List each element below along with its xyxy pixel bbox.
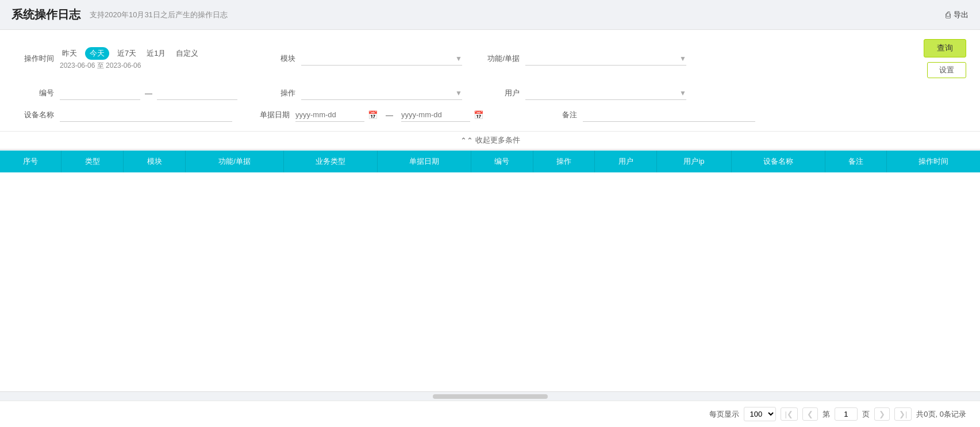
collapse-label: 收起更多条件 [475, 135, 520, 145]
user-select[interactable]: ▼ [525, 87, 686, 100]
date-to-input[interactable] [401, 108, 470, 122]
export-button[interactable]: ⎙ 导出 [946, 10, 969, 20]
function-chevron-icon: ▼ [679, 55, 686, 63]
user-chevron-icon: ▼ [679, 89, 686, 97]
scroll-thumb[interactable] [433, 394, 548, 399]
date-from-input[interactable] [295, 108, 364, 122]
filter-row-3: 设备名称 单据日期 📅 — 📅 备注 [14, 108, 966, 122]
code-separator: — [145, 89, 152, 98]
total-info: 共0页, 0条记录 [916, 409, 966, 420]
time-btn-yesterday[interactable]: 昨天 [60, 47, 79, 60]
prev-page-btn[interactable]: ❮ [802, 407, 818, 421]
module-select[interactable]: ▼ [301, 52, 462, 66]
code-label: 编号 [14, 88, 60, 98]
time-btn-last1m[interactable]: 近1月 [144, 47, 168, 60]
operation-label: 操作 [255, 88, 301, 98]
module-chevron-icon: ▼ [455, 55, 462, 63]
remark-filter-col: 备注 [531, 108, 966, 122]
col-remark: 备注 [825, 151, 887, 172]
table-header: 序号 类型 模块 功能/单据 业务类型 单据日期 编号 操作 用户 用户ip 设… [0, 151, 980, 172]
operation-filter-col: 操作 ▼ [255, 87, 474, 100]
collapse-icon: ⌃⌃ [460, 136, 473, 145]
pagination-bar: 每页显示 100 10 20 50 200 |❮ ❮ 第 页 ❯ ❯| 共0页,… [0, 401, 980, 427]
date-separator: — [386, 111, 393, 120]
page-header: 系统操作日志 支持2020年10月31日之后产生的操作日志 ⎙ 导出 [0, 0, 980, 30]
col-seq: 序号 [0, 151, 62, 172]
col-user-ip: 用户ip [657, 151, 731, 172]
remark-label: 备注 [531, 110, 583, 120]
code-filter-col: 编号 — [14, 86, 255, 100]
time-options: 昨天 今天 近7天 近1月 自定义 [60, 47, 201, 60]
time-label: 操作时间 [14, 53, 60, 64]
next-page-btn[interactable]: ❯ [874, 407, 890, 421]
user-label: 用户 [474, 88, 525, 98]
device-label: 设备名称 [14, 110, 60, 120]
code-from-input[interactable] [60, 86, 140, 100]
export-icon: ⎙ [946, 10, 951, 20]
function-select[interactable]: ▼ [525, 52, 686, 66]
per-page-select[interactable]: 100 10 20 50 200 [744, 407, 776, 421]
time-btn-custom[interactable]: 自定义 [174, 47, 201, 60]
page-container: 系统操作日志 支持2020年10月31日之后产生的操作日志 ⎙ 导出 操作时间 … [0, 0, 980, 427]
calendar-from-icon[interactable]: 📅 [368, 110, 378, 120]
page-title: 系统操作日志 [11, 7, 80, 22]
page-unit: 页 [862, 409, 870, 420]
date-group: 📅 — 📅 [295, 108, 483, 122]
col-device: 设备名称 [731, 151, 825, 172]
table-header-row: 序号 类型 模块 功能/单据 业务类型 单据日期 编号 操作 用户 用户ip 设… [0, 151, 980, 172]
table-container: 序号 类型 模块 功能/单据 业务类型 单据日期 编号 操作 用户 用户ip 设… [0, 151, 980, 391]
time-btn-last7[interactable]: 近7天 [115, 47, 139, 60]
module-filter-col: 模块 ▼ [255, 52, 474, 66]
current-page-input[interactable] [835, 407, 858, 421]
code-to-input[interactable] [157, 86, 237, 100]
time-options-wrapper: 昨天 今天 近7天 近1月 自定义 2023-06-06 至 2023-06-0… [60, 47, 201, 71]
scroll-bar-area[interactable] [0, 391, 980, 401]
filter-area: 操作时间 昨天 今天 近7天 近1月 自定义 2023-06-06 至 2023… [0, 30, 980, 132]
query-button[interactable]: 查询 [924, 39, 966, 57]
first-page-btn[interactable]: |❮ [781, 407, 798, 421]
col-biz-type: 业务类型 [283, 151, 377, 172]
col-op-time: 操作时间 [887, 151, 980, 172]
device-filter-col: 设备名称 [14, 108, 255, 122]
col-code: 编号 [471, 151, 533, 172]
page-subtitle: 支持2020年10月31日之后产生的操作日志 [90, 10, 228, 20]
function-filter-col: 功能/单据 ▼ [474, 52, 924, 66]
filter-row-1: 操作时间 昨天 今天 近7天 近1月 自定义 2023-06-06 至 2023… [14, 39, 966, 78]
col-doc-date: 单据日期 [377, 151, 471, 172]
collapse-bar[interactable]: ⌃⌃ 收起更多条件 [0, 132, 980, 149]
col-function: 功能/单据 [186, 151, 284, 172]
last-page-btn[interactable]: ❯| [894, 407, 912, 421]
export-label: 导出 [954, 10, 969, 20]
filter-row-2: 编号 — 操作 ▼ 用户 ▼ [14, 86, 966, 100]
time-range-text: 2023-06-06 至 2023-06-06 [60, 61, 201, 71]
col-operation: 操作 [533, 151, 595, 172]
operation-select[interactable]: ▼ [301, 87, 462, 100]
module-label: 模块 [255, 53, 301, 64]
col-module: 模块 [124, 151, 186, 172]
settings-button[interactable]: 设置 [927, 62, 966, 78]
time-btn-today[interactable]: 今天 [85, 47, 109, 60]
doc-date-filter-col: 单据日期 📅 — 📅 [255, 108, 531, 122]
device-input[interactable] [60, 108, 232, 122]
doc-date-label: 单据日期 [255, 110, 295, 120]
per-page-label: 每页显示 [709, 409, 739, 420]
empty-area [0, 172, 980, 374]
user-filter-col: 用户 ▼ [474, 87, 966, 100]
time-filter-col: 操作时间 昨天 今天 近7天 近1月 自定义 2023-06-06 至 2023… [14, 47, 255, 71]
action-buttons: 查询 设置 [924, 39, 966, 78]
data-table: 序号 类型 模块 功能/单据 业务类型 单据日期 编号 操作 用户 用户ip 设… [0, 151, 980, 172]
calendar-to-icon[interactable]: 📅 [474, 110, 483, 120]
col-type: 类型 [62, 151, 124, 172]
operation-chevron-icon: ▼ [455, 89, 462, 97]
function-label: 功能/单据 [474, 53, 525, 64]
col-user: 用户 [595, 151, 657, 172]
remark-input[interactable] [583, 108, 755, 122]
page-label: 第 [823, 409, 830, 420]
